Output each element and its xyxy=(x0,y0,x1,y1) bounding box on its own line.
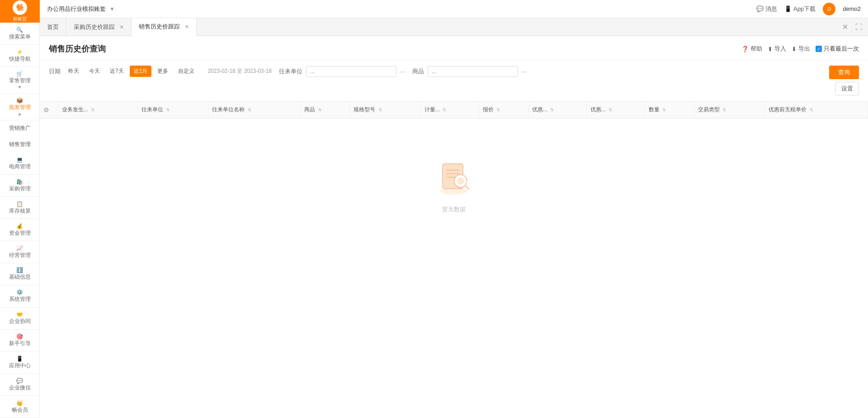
sidebar-item-operations[interactable]: 📈 经营管理 xyxy=(0,241,40,263)
maximize-button[interactable]: ⛶ xyxy=(854,21,864,33)
sort-icon: ⇅ xyxy=(91,107,94,112)
user-name[interactable]: demo2 xyxy=(843,5,861,12)
col-discount2[interactable]: 优惠... ⇅ xyxy=(586,101,645,119)
filter-actions: 查询 设置 xyxy=(826,66,859,95)
sort-icon: ⇅ xyxy=(496,107,500,112)
col-label: 业务发生... xyxy=(62,106,88,113)
tab-home[interactable]: 首页 xyxy=(40,18,66,36)
filter-items: 日期 昨天 今天 近7天 近1月 更多 自定义 2023-02-18 至 202… xyxy=(49,66,816,77)
col-product[interactable]: 商品 ⇅ xyxy=(301,101,350,119)
data-table: ⚙ 业务发生... ⇅ 往来单位 ⇅ 往来单位名称 ⇅ xyxy=(40,101,868,119)
col-spec[interactable]: 规格型号 ⇅ xyxy=(350,101,421,119)
help-button[interactable]: ❓ 帮助 xyxy=(741,45,762,53)
tab-sales-history[interactable]: 销售历史价跟踪 ✕ xyxy=(132,18,197,36)
help-icon: ❓ xyxy=(741,46,749,52)
wholesale-icon: 📦 xyxy=(16,97,23,104)
avatar[interactable]: D xyxy=(823,3,835,15)
partner-filter-group: 往来单位 ··· xyxy=(279,66,406,77)
settings-button[interactable]: 设置 xyxy=(835,82,859,95)
query-button[interactable]: 查询 xyxy=(829,66,859,79)
sidebar-item-app-center[interactable]: 📱 应用中心 xyxy=(0,352,40,374)
sidebar-item-guide[interactable]: 🎯 新手引导 xyxy=(0,330,40,352)
download-icon: 📱 xyxy=(784,5,792,12)
col-label: 优惠... xyxy=(532,106,547,113)
table-settings-icon[interactable]: ⚙ xyxy=(43,106,49,114)
sort-icon: ⇅ xyxy=(722,107,726,112)
sidebar-item-inventory[interactable]: 📋 库存核算 xyxy=(0,197,40,219)
page-actions: ❓ 帮助 ⬆ 导入 ⬇ 导出 只看最后一次 xyxy=(741,45,859,53)
tab-close-icon[interactable]: ✕ xyxy=(184,24,189,30)
partner-filter-label: 往来单位 xyxy=(279,67,302,76)
col-biz-date[interactable]: 业务发生... ⇅ xyxy=(58,101,137,119)
wechat-icon: 💬 xyxy=(16,378,23,384)
export-button[interactable]: ⬇ 导出 xyxy=(792,45,810,53)
product-input[interactable] xyxy=(428,66,518,77)
svg-point-7 xyxy=(457,177,464,185)
app-logo[interactable]: 畅 标账贸 xyxy=(0,0,40,23)
date-btn-today[interactable]: 今天 xyxy=(85,66,104,77)
sidebar-item-label: 经营管理 xyxy=(9,252,31,259)
table-header: ⚙ 业务发生... ⇅ 往来单位 ⇅ 往来单位名称 ⇅ xyxy=(40,101,868,119)
sidebar-item-member[interactable]: 👑 畅会员 xyxy=(0,396,40,418)
import-button[interactable]: ⬆ 导入 xyxy=(768,45,786,53)
basic-info-icon: ℹ️ xyxy=(16,267,23,273)
sidebar-item-finance[interactable]: 💰 资金管理 xyxy=(0,219,40,241)
sidebar-item-quick-nav[interactable]: ⚡ 快捷导航 xyxy=(0,45,40,67)
sidebar-item-retail[interactable]: 🛒 零售管理 ▼ xyxy=(0,67,40,94)
col-price[interactable]: 报价 ⇅ xyxy=(479,101,528,119)
empty-icon xyxy=(431,155,476,200)
tab-purchase-history[interactable]: 采购历史价跟踪 ✕ xyxy=(66,18,132,36)
date-btn-more[interactable]: 更多 xyxy=(153,66,172,77)
tabs-actions: ✕ ⛶ xyxy=(840,21,868,33)
dropdown-icon[interactable]: ▼ xyxy=(109,6,115,12)
col-quantity[interactable]: 数量 ⇅ xyxy=(645,101,694,119)
sidebar-item-sales-mgmt[interactable]: 销售管理 xyxy=(0,137,40,153)
date-btn-last1month[interactable]: 近1月 xyxy=(130,66,152,77)
col-unit[interactable]: 计量... ⇅ xyxy=(420,101,479,119)
tab-label: 首页 xyxy=(47,23,59,31)
sort-icon: ⇅ xyxy=(166,107,170,112)
sidebar-item-basic-info[interactable]: ℹ️ 基础信息 xyxy=(0,263,40,285)
col-partner-code[interactable]: 往来单位 ⇅ xyxy=(137,101,208,119)
sidebar-item-wholesale[interactable]: 📦 批发管理 ▲ xyxy=(0,94,40,120)
date-btn-yesterday[interactable]: 昨天 xyxy=(64,66,83,77)
col-partner-name[interactable]: 往来单位名称 ⇅ xyxy=(208,101,301,119)
product-dots-button[interactable]: ··· xyxy=(522,68,527,75)
partner-dots-button[interactable]: ··· xyxy=(400,68,406,75)
date-btn-custom[interactable]: 自定义 xyxy=(174,66,198,77)
sidebar-item-system[interactable]: ⚙️ 系统管理 xyxy=(0,285,40,308)
app-download-button[interactable]: 📱 App下载 xyxy=(784,5,816,13)
sidebar-item-label: 电商管理 xyxy=(9,163,31,171)
partner-input[interactable] xyxy=(306,66,396,77)
col-trade-type[interactable]: 交易类型 ⇅ xyxy=(694,101,765,119)
date-btn-last7days[interactable]: 近7天 xyxy=(106,66,128,77)
sidebar-item-label: 销售管理 xyxy=(9,141,31,148)
sidebar-item-label: 零售管理 xyxy=(9,77,31,85)
message-label: 消息 xyxy=(765,5,777,13)
sidebar-item-wechat[interactable]: 💬 企业微信 xyxy=(0,374,40,396)
close-tab-button[interactable]: ✕ xyxy=(840,21,850,33)
checkbox-icon[interactable] xyxy=(816,46,822,52)
chevron-down-icon: ▼ xyxy=(18,85,22,90)
sidebar-item-search-menu[interactable]: 🔍 搜索菜单 xyxy=(0,23,40,45)
col-settings[interactable]: ⚙ xyxy=(40,101,58,119)
sidebar-item-label: 营销推广 xyxy=(9,124,31,132)
only-last-checkbox[interactable]: 只看最后一次 xyxy=(816,45,859,53)
sidebar-item-purchase[interactable]: 🛍️ 采购管理 xyxy=(0,175,40,197)
page-header: 销售历史价查询 ❓ 帮助 ⬆ 导入 ⬇ 导出 只看最后一次 xyxy=(40,36,868,60)
sidebar-item-marketing[interactable]: 营销推广 xyxy=(0,120,40,137)
tab-close-icon[interactable]: ✕ xyxy=(119,24,124,30)
col-discount1[interactable]: 优惠... ⇅ xyxy=(528,101,586,119)
col-label: 报价 xyxy=(483,106,494,113)
logo-text: 标账贸 xyxy=(13,16,27,22)
sidebar-item-enterprise[interactable]: 🤝 企业协同 xyxy=(0,308,40,330)
export-label: 导出 xyxy=(798,45,810,53)
col-label: 商品 xyxy=(304,106,315,113)
retail-icon: 🛒 xyxy=(16,71,23,77)
import-icon: ⬆ xyxy=(768,46,773,52)
sidebar-item-label: 系统管理 xyxy=(9,295,31,303)
message-button[interactable]: 💬 消息 xyxy=(756,5,777,13)
col-pretax-price[interactable]: 优惠前无税单价 ⇅ xyxy=(765,101,868,119)
sidebar-item-ecom[interactable]: 💻 电商管理 xyxy=(0,153,40,175)
col-label: 往来单位名称 xyxy=(212,106,245,113)
